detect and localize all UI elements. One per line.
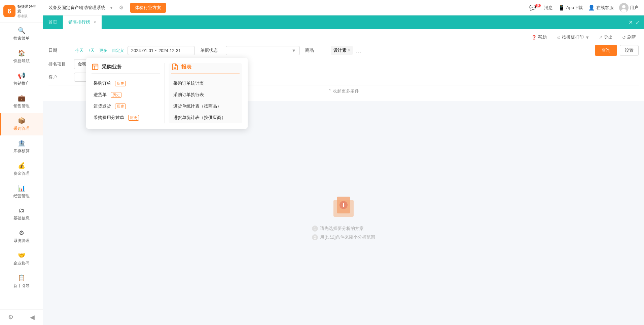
- goods-stats-supplier-label: 进货单统计表（按供应商）: [173, 115, 226, 121]
- sidebar-item-quick-nav[interactable]: 🏠 快捷导航: [0, 45, 43, 68]
- logo-name: 畅捷通好生意: [17, 4, 39, 14]
- title-dropdown-arrow[interactable]: ▼: [109, 5, 113, 10]
- guide-icon: 📋: [18, 274, 25, 282]
- sales-icon: 💼: [18, 94, 25, 102]
- industry-plan-button[interactable]: 体验行业方案: [130, 3, 166, 13]
- sidebar-item-inventory[interactable]: 🏦 库存核算: [0, 135, 43, 158]
- menu-item-purchase-order-exec[interactable]: 采购订单执行表: [171, 89, 240, 100]
- user-item[interactable]: 用户: [619, 3, 639, 12]
- menu-item-purchase-order[interactable]: 采购订单 历史: [92, 78, 160, 89]
- action-buttons: 查询 设置: [595, 45, 639, 56]
- sidebar-label-marketing: 营销推广: [13, 81, 30, 86]
- sidebar-item-basic[interactable]: 🗂 基础信息: [0, 203, 43, 225]
- sidebar-bottom: ⚙ ◀: [0, 309, 43, 325]
- svg-rect-8: [93, 64, 98, 70]
- message-label: 消息: [544, 5, 553, 11]
- logo-icon: 6: [3, 5, 15, 17]
- operations-icon: 📊: [18, 185, 25, 192]
- menu-section-divider: [164, 63, 165, 123]
- menu-item-goods-return[interactable]: 进货退货 历史: [92, 100, 160, 112]
- home-icon: 🏠: [18, 49, 25, 57]
- collapse-label: 收起更多条件: [333, 88, 359, 93]
- sidebar-item-sales[interactable]: 💼 销售管理: [0, 90, 43, 113]
- settings-button[interactable]: 设置: [620, 45, 639, 56]
- sidebar-item-finance[interactable]: 💰 资金管理: [0, 158, 43, 180]
- export-icon: ↗: [599, 35, 603, 40]
- sidebar-item-operations[interactable]: 📊 经营管理: [0, 180, 43, 203]
- date-label: 日期: [48, 47, 69, 53]
- tab-actions: ✕ ⤢: [624, 19, 644, 26]
- purchase-section-icon: [92, 63, 99, 71]
- topbar: 装备及固定资产辅助管理系统 ▼ ⚙ 体验行业方案 💬 9 消息 📱 App下载 …: [43, 0, 644, 15]
- sidebar-item-marketing[interactable]: 📢 营销推广: [0, 68, 43, 90]
- menu-item-goods-stats-supplier[interactable]: 进货单统计表（按供应商）: [171, 112, 240, 123]
- app-download-item[interactable]: 📱 App下载: [558, 4, 583, 11]
- menu-item-purchase-fee[interactable]: 采购费用分摊单 历史: [92, 112, 160, 123]
- empty-step-1-text: 请先选择要分析的方案: [320, 224, 364, 233]
- online-service-item[interactable]: 👤 在线客服: [588, 4, 614, 11]
- print-label: 按模板打印: [562, 34, 584, 40]
- product-tag: 设计素 ×: [331, 46, 353, 55]
- sidebar-item-cooperation[interactable]: 🤝 企业协同: [0, 248, 43, 270]
- date-shortcut-7days[interactable]: 7天: [87, 47, 96, 54]
- sidebar-label-basic: 基础信息: [13, 215, 30, 221]
- sidebar-item-search[interactable]: 🔍 搜索菜单: [0, 23, 43, 45]
- product-tag-close-icon[interactable]: ×: [348, 48, 350, 53]
- help-button[interactable]: ❓ 帮助: [529, 33, 549, 42]
- product-more-dots[interactable]: …: [356, 47, 362, 54]
- tab-home-label: 首页: [48, 19, 57, 25]
- messages-item[interactable]: 💬 9 消息: [529, 4, 553, 11]
- tabbar: 首页 销售排行榜 × ✕ ⤢: [43, 15, 644, 29]
- export-button[interactable]: ↗ 导出: [596, 33, 615, 42]
- sidebar-item-guide[interactable]: 📋 新手引导: [0, 270, 43, 293]
- status-dropdown-icon: ▼: [292, 48, 296, 53]
- goods-receipt-history-badge: 历史: [111, 92, 121, 98]
- tab-close-window-icon[interactable]: ✕: [629, 19, 633, 26]
- sidebar-label-sales: 销售管理: [13, 103, 30, 109]
- date-shortcut-custom[interactable]: 自定义: [111, 47, 126, 54]
- topbar-right: 💬 9 消息 📱 App下载 👤 在线客服 用户: [529, 3, 639, 12]
- tab-sales-ranking[interactable]: 销售排行榜 ×: [63, 15, 102, 29]
- goods-stats-product-label: 进货单统计表（按商品）: [173, 103, 221, 109]
- topbar-settings-icon[interactable]: ⚙: [119, 4, 123, 11]
- date-shortcut-more[interactable]: 更多: [98, 47, 109, 54]
- main: 装备及固定资产辅助管理系统 ▼ ⚙ 体验行业方案 💬 9 消息 📱 App下载 …: [43, 0, 644, 325]
- tab-sales-ranking-label: 销售排行榜: [68, 19, 90, 25]
- sidebar-item-purchase[interactable]: 📦 采购管理: [0, 113, 43, 135]
- purchase-order-exec-label: 采购订单执行表: [173, 92, 204, 98]
- menu-item-purchase-order-stats[interactable]: 采购订单统计表: [171, 78, 240, 89]
- date-range-input[interactable]: [128, 46, 195, 55]
- service-icon: 👤: [588, 4, 595, 11]
- sidebar-item-system[interactable]: ⚙ 系统管理: [0, 225, 43, 248]
- sidebar-label-inventory: 库存核算: [13, 148, 30, 154]
- print-icon: 🖨: [556, 35, 561, 40]
- purchase-order-label: 采购订单: [94, 80, 111, 86]
- system-title: 装备及固定资产辅助管理系统: [48, 5, 105, 11]
- tab-home[interactable]: 首页: [43, 15, 63, 29]
- logo: 6 畅捷通好生意 标准版: [0, 0, 43, 23]
- logo-sub: 标准版: [17, 14, 39, 18]
- content-area: ❓ 帮助 🖨 按模板打印 ▼ ↗ 导出 ↺ 刷新 日: [43, 29, 644, 325]
- collapse-sidebar-icon[interactable]: ◀: [30, 314, 35, 321]
- tab-close-icon[interactable]: ×: [94, 20, 96, 25]
- sidebar: 6 畅捷通好生意 标准版 🔍 搜索菜单 🏠 快捷导航 📢 营销推广 💼 销售管理…: [0, 0, 43, 325]
- menu-item-goods-receipt[interactable]: 进货单 历史: [92, 89, 160, 100]
- print-button[interactable]: 🖨 按模板打印 ▼: [553, 33, 592, 42]
- purchase-section-label: 采购业务: [102, 64, 122, 70]
- logo-text-block: 畅捷通好生意 标准版: [17, 4, 39, 18]
- refresh-button[interactable]: ↺ 刷新: [619, 33, 639, 42]
- sidebar-label-quick-nav: 快捷导航: [13, 58, 30, 64]
- tab-expand-icon[interactable]: ⤢: [636, 19, 640, 26]
- cooperation-icon: 🤝: [18, 252, 25, 259]
- menu-item-goods-stats-product[interactable]: 进货单统计表（按商品）: [171, 100, 240, 112]
- date-shortcut-today[interactable]: 今天: [74, 47, 85, 54]
- status-select[interactable]: ▼: [226, 46, 300, 55]
- dropdown-menu: 采购业务 采购订单 历史 进货单 历史 进货退货 历史 采购费用分摊单 历史: [86, 58, 248, 129]
- settings-bottom-icon[interactable]: ⚙: [8, 314, 13, 321]
- query-button[interactable]: 查询: [595, 45, 617, 56]
- purchase-menu-section: 采购业务 采购订单 历史 进货单 历史 进货退货 历史 采购费用分摊单 历史: [92, 63, 160, 123]
- help-icon: ❓: [531, 35, 537, 40]
- filter-row-1: 日期 今天 7天 更多 自定义 单据状态 ▼ 商品 设计素: [48, 45, 639, 56]
- export-label: 导出: [604, 34, 613, 40]
- collapse-icon: ⌃: [328, 88, 332, 93]
